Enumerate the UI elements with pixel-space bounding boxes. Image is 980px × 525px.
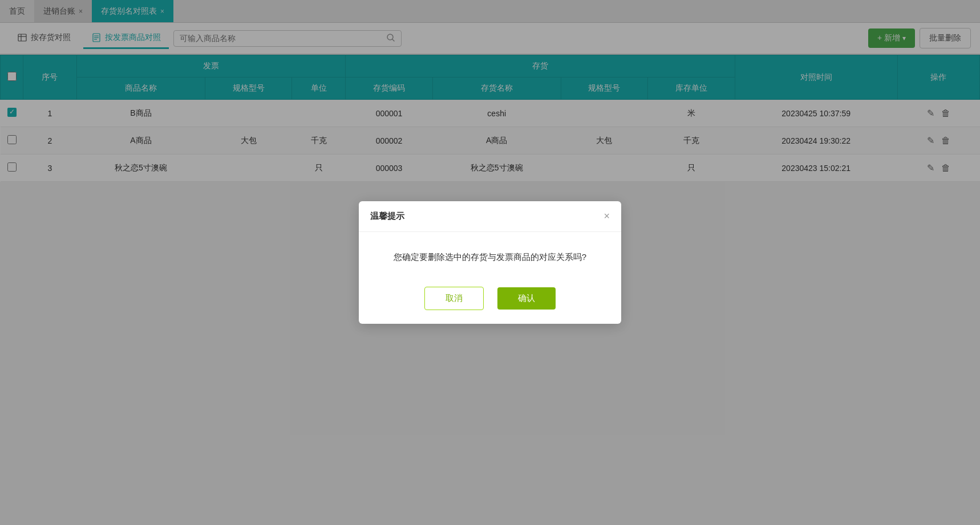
dialog-overlay: 温馨提示 × 您确定要删除选中的存货与发票商品的对应关系吗? 取消 确认 [0,0,980,182]
